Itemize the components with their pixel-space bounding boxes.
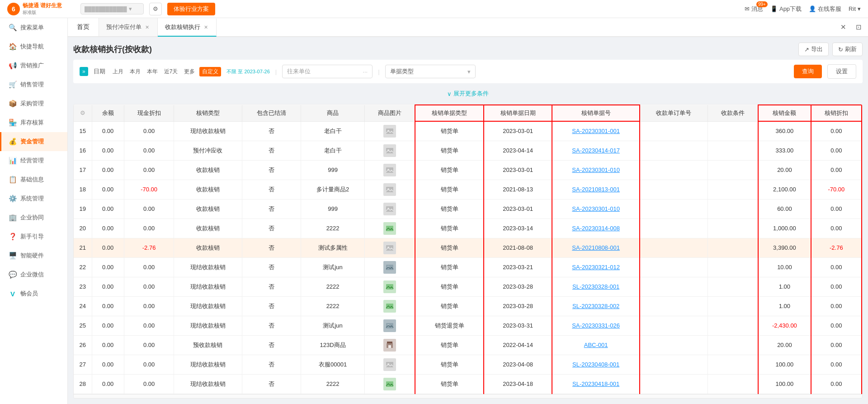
expand-more-bar[interactable]: ∨ 展开更多条件 (73, 87, 863, 100)
col-included: 包含已结清 (242, 105, 301, 121)
sidebar-item-sales[interactable]: 🛒 销售管理 (0, 75, 67, 94)
cell-discount: 0.00 (811, 355, 862, 374)
col-cash-discount: 现金折扣 (124, 105, 174, 121)
cell-balance: 0.00 (92, 160, 124, 180)
col-bill-type: 核销单据类型 (415, 105, 484, 121)
sidebar-item-enterprise[interactable]: 🏢 企业协同 (0, 208, 67, 227)
tab-verification[interactable]: 收款核销执行 ✕ (158, 19, 217, 37)
sidebar-item-purchase[interactable]: 📦 采购管理 (0, 94, 67, 113)
cell-amount: 10.00 (758, 257, 811, 277)
sidebar-item-system[interactable]: ⚙️ 系统管理 (0, 189, 67, 208)
close-window-icon[interactable]: ✕ (837, 21, 849, 33)
sidebar-item-quick[interactable]: 🏠 快捷导航 (0, 37, 67, 56)
cell-num: 19 (74, 199, 92, 219)
app-download-label: App下载 (779, 5, 802, 13)
tab-prepay[interactable]: 预付冲应付单 ✕ (99, 18, 158, 36)
more-dates-btn[interactable]: 更多 (182, 67, 197, 76)
sidebar-item-guide[interactable]: ❓ 新手引导 (0, 227, 67, 246)
this-month-btn[interactable]: 本月 (128, 67, 142, 76)
cell-amount: 3,390.00 (758, 238, 811, 257)
sales-icon: 🛒 (9, 81, 17, 89)
member-icon: V (9, 290, 17, 298)
cell-bill-no[interactable]: SL-20230418-001 (552, 374, 639, 394)
this-year-btn[interactable]: 本年 (145, 67, 160, 76)
refresh-button[interactable]: ↻ 刷新 (832, 43, 863, 56)
cell-amount: -2,430.00 (758, 316, 811, 335)
top-bar-right: ✉ 消息 99+ 📱 App下载 👤 在线客服 Rit ▾ (745, 5, 861, 13)
expand-more-icon: ∨ (447, 90, 452, 97)
sidebar-item-operation[interactable]: 📊 经营管理 (0, 151, 67, 170)
cell-bill-no[interactable]: SA-20210808-001 (552, 238, 639, 257)
tab-prepay-close-icon[interactable]: ✕ (144, 24, 150, 31)
tab-home[interactable]: 首页 (68, 18, 99, 36)
page-title: 收款核销执行(按收款) (73, 44, 152, 55)
cell-bill-no[interactable]: SA-20210813-001 (552, 180, 639, 199)
sidebar-item-wechat[interactable]: 💬 企业微信 (0, 265, 67, 284)
svg-rect-11 (386, 245, 393, 251)
svg-rect-15 (386, 284, 393, 290)
funds-icon: 💰 (9, 138, 17, 146)
message-button[interactable]: ✉ 消息 99+ (745, 5, 763, 13)
user-menu[interactable]: Rit ▾ (849, 5, 861, 12)
sidebar-item-marketing[interactable]: 📢 营销推广 (0, 56, 67, 75)
sidebar-item-member[interactable]: V 畅会员 (0, 284, 67, 303)
cell-bill-no[interactable]: SA-20230331-026 (552, 316, 639, 335)
table-settings-button[interactable]: 设置 (827, 64, 856, 79)
cell-bill-no[interactable]: SL-20230328-001 (552, 277, 639, 296)
last-7days-btn[interactable]: 近7天 (162, 67, 180, 76)
cell-discount: -2.76 (811, 238, 862, 257)
cell-type: 现结收款核销 (174, 374, 242, 394)
custom-date-btn[interactable]: 自定义 (199, 67, 221, 76)
cell-bill-no[interactable]: SA-20230414-017 (552, 141, 639, 160)
column-settings-icon[interactable]: ⚙ (78, 109, 87, 116)
cell-type: 收款核销 (174, 160, 242, 180)
counterpart-input[interactable]: 往来单位 ··· (282, 65, 373, 78)
app-download-button[interactable]: 📱 App下载 (770, 5, 802, 13)
bill-type-select[interactable]: 单据类型 ▾ (385, 65, 476, 78)
cell-discount: 0.00 (811, 374, 862, 394)
sidebar-label-operation: 经营管理 (20, 157, 44, 165)
sidebar-item-hardware[interactable]: 🖥️ 智能硬件 (0, 246, 67, 265)
search-icon: 🔍 (9, 24, 17, 32)
cell-bill-no[interactable]: ABC-001 (552, 335, 639, 355)
sidebar-label-search: 搜索菜单 (20, 24, 44, 32)
last-month-btn[interactable]: 上月 (111, 67, 125, 76)
cell-bill-date: 2023-03-01 (484, 121, 552, 141)
cell-img (365, 296, 415, 316)
cell-discount: 0.00 (811, 199, 862, 219)
cell-bill-no[interactable]: SA-20230301-010 (552, 199, 639, 219)
cell-bill-no[interactable]: SA-20230301-001 (552, 121, 639, 141)
tab-verification-close-icon[interactable]: ✕ (203, 24, 209, 31)
cell-bill-no[interactable]: SA-20230321-012 (552, 257, 639, 277)
cell-balance: 0.00 (92, 374, 124, 394)
cell-product: 2222 (301, 277, 364, 296)
expand-button[interactable]: » (80, 67, 88, 76)
sidebar-item-funds[interactable]: 💰 资金管理 (0, 132, 67, 151)
svg-rect-17 (386, 323, 393, 328)
cell-amount: 1.00 (758, 296, 811, 316)
cell-included: 否 (242, 219, 301, 238)
sidebar-item-search[interactable]: 🔍 搜索菜单 (0, 18, 67, 37)
cell-bill-no[interactable]: SA-20230301-010 (552, 160, 639, 180)
page-actions: ↗ 导出 ↻ 刷新 (798, 43, 863, 56)
export-button[interactable]: ↗ 导出 (798, 43, 829, 56)
cell-type: 现结收款核销 (174, 257, 242, 277)
maximize-icon[interactable]: ⊡ (853, 21, 864, 33)
cell-img (365, 238, 415, 257)
trial-btn[interactable]: 体验行业方案 (167, 3, 215, 15)
settings-icon[interactable]: ⚙ (149, 3, 162, 15)
online-service-button[interactable]: 👤 在线客服 (809, 5, 841, 13)
cell-type: 预收款核销 (174, 335, 242, 355)
cell-payment-terms (708, 355, 758, 374)
cell-bill-date: 2023-03-01 (484, 160, 552, 180)
cell-bill-no[interactable]: SA-20230314-008 (552, 219, 639, 238)
cell-bill-no[interactable]: SL-20230408-001 (552, 355, 639, 374)
query-button[interactable]: 查询 (794, 65, 822, 78)
sidebar-item-basic[interactable]: 📋 基础信息 (0, 170, 67, 189)
cell-included: 否 (242, 335, 301, 355)
col-settings[interactable]: ⚙ (74, 105, 92, 121)
cell-product: 999 (301, 160, 364, 180)
cell-bill-no[interactable]: SL-20230328-002 (552, 296, 639, 316)
company-selector[interactable]: ████████████ ▾ (80, 3, 144, 14)
sidebar-item-inventory[interactable]: 🏪 库存核算 (0, 113, 67, 132)
